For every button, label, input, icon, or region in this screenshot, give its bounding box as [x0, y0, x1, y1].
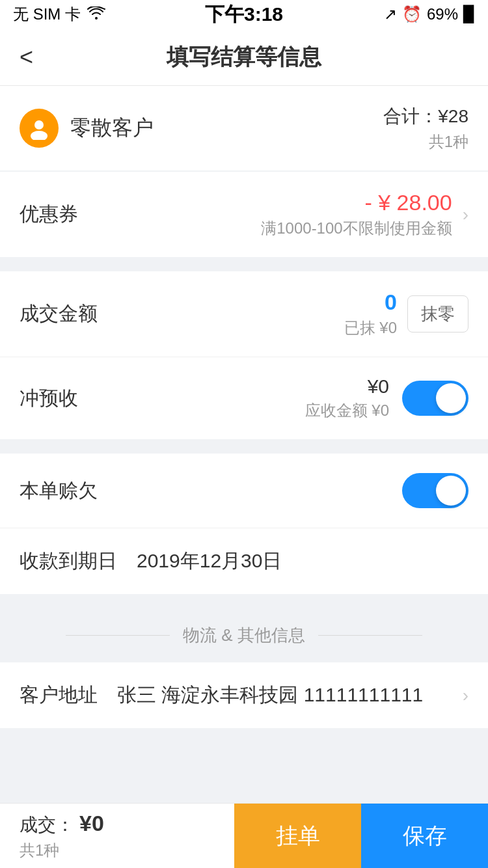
prepay-toggle[interactable]	[402, 381, 468, 416]
round-zero-button[interactable]: 抹零	[407, 295, 468, 332]
bottom-transaction-line: 成交： ¥0	[20, 811, 215, 837]
due-date-row: 收款到期日 2019年12月30日	[0, 528, 488, 594]
avatar	[20, 109, 59, 148]
coupon-section: 优惠券 - ¥ 28.00 满1000-100不限制使用金额 ›	[0, 172, 488, 257]
prepay-amounts: ¥0 应收金额 ¥0	[305, 375, 389, 421]
due-date-label: 收款到期日	[20, 548, 117, 575]
address-value: 张三 海淀永丰科技园 11111111111	[117, 682, 463, 709]
customer-left: 零散客户	[20, 109, 154, 148]
page-title: 填写结算等信息	[167, 42, 321, 72]
debt-toggle-knob	[436, 476, 466, 506]
bottom-transaction-amount: ¥0	[79, 811, 104, 836]
transaction-value[interactable]: 0	[344, 290, 397, 315]
address-section: 客户地址 张三 海淀永丰科技园 11111111111 ›	[0, 662, 488, 728]
prepay-label: 冲预收	[20, 385, 78, 412]
debt-toggle[interactable]	[402, 473, 468, 508]
status-right: ↗ ⏰ 69% ▉	[384, 5, 475, 23]
wifi-icon	[87, 5, 105, 23]
status-bar: 无 SIM 卡 下午3:18 ↗ ⏰ 69% ▉	[0, 0, 488, 29]
coupon-right: - ¥ 28.00 满1000-100不限制使用金额 ›	[261, 190, 468, 239]
nav-bar: < 填写结算等信息	[0, 29, 488, 86]
gray-divider-1	[0, 258, 488, 271]
bottom-transaction-label: 成交：	[20, 813, 74, 837]
debt-label: 本单赊欠	[20, 478, 98, 504]
location-icon: ↗	[384, 5, 397, 23]
coupon-value: - ¥ 28.00	[261, 190, 452, 215]
logistics-label: 物流 & 其他信息	[183, 624, 305, 647]
back-button[interactable]: <	[20, 44, 33, 71]
status-time: 下午3:18	[205, 1, 283, 28]
already-rounded-text: 已抹 ¥0	[344, 318, 397, 338]
debt-section: 本单赊欠 收款到期日 2019年12月30日	[0, 454, 488, 594]
svg-point-0	[34, 120, 44, 129]
customer-right: 合计：¥28 共1种	[383, 104, 468, 152]
save-button[interactable]: 保存	[361, 804, 488, 868]
address-chevron-icon: ›	[463, 685, 468, 706]
status-left: 无 SIM 卡	[13, 4, 105, 25]
address-label: 客户地址	[20, 682, 98, 709]
battery-text: 69%	[427, 5, 458, 23]
address-row[interactable]: 客户地址 张三 海淀永丰科技园 11111111111 ›	[0, 662, 488, 728]
carrier-text: 无 SIM 卡	[13, 4, 81, 25]
due-date-value[interactable]: 2019年12月30日	[137, 548, 282, 575]
prepay-row: 冲预收 ¥0 应收金额 ¥0	[0, 357, 488, 439]
chevron-right-icon: ›	[463, 204, 468, 225]
logistics-divider: 物流 & 其他信息	[0, 608, 488, 662]
toggle-knob	[436, 383, 466, 413]
customer-section: 零散客户 合计：¥28 共1种	[0, 86, 488, 170]
prepay-receivable-text: 应收金额 ¥0	[305, 400, 389, 421]
customer-total: 合计：¥28	[383, 104, 468, 129]
coupon-label: 优惠券	[20, 201, 78, 228]
pending-button[interactable]: 挂单	[234, 804, 361, 868]
bottom-summary: 成交： ¥0 共1种	[0, 811, 234, 861]
battery-icon: ▉	[463, 5, 475, 23]
customer-name: 零散客户	[70, 114, 154, 142]
debt-row: 本单赊欠	[0, 454, 488, 528]
bottom-bar: 成交： ¥0 共1种 挂单 保存	[0, 803, 488, 868]
prepay-amount-value: ¥0	[305, 375, 389, 398]
gray-divider-2	[0, 441, 488, 454]
svg-point-1	[31, 131, 47, 140]
transaction-right: 0 已抹 ¥0 抹零	[344, 290, 468, 338]
bottom-count: 共1种	[20, 840, 215, 861]
gray-divider-3	[0, 595, 488, 608]
transaction-label: 成交金额	[20, 301, 98, 327]
prepay-right: ¥0 应收金额 ¥0	[305, 375, 468, 421]
transaction-section: 成交金额 0 已抹 ¥0 抹零 冲预收 ¥0 应收金额 ¥0	[0, 271, 488, 439]
alarm-icon: ⏰	[402, 5, 422, 23]
coupon-desc: 满1000-100不限制使用金额	[261, 218, 452, 239]
customer-count: 共1种	[383, 131, 468, 152]
coupon-row[interactable]: 优惠券 - ¥ 28.00 满1000-100不限制使用金额 ›	[0, 172, 488, 257]
transaction-amount-row: 成交金额 0 已抹 ¥0 抹零	[0, 271, 488, 357]
